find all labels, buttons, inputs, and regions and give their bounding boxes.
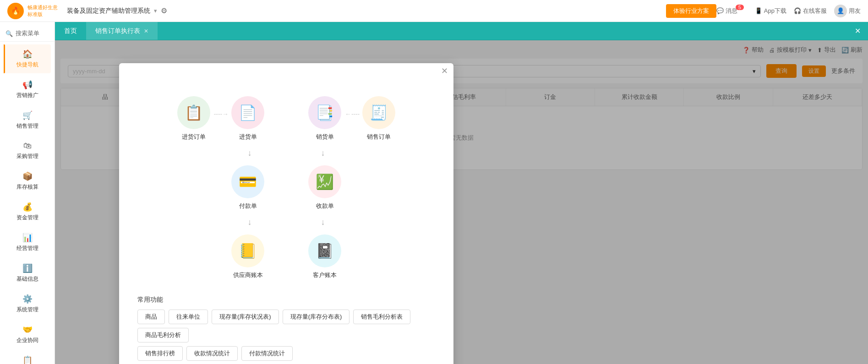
flow-receipt-bill[interactable]: 💹 收款单 <box>305 158 345 217</box>
finance-label: 资金管理 <box>16 214 38 222</box>
sidebar-item-purchase[interactable]: 🛍 采购管理 <box>4 136 51 165</box>
sales-bill-label: 销货单 <box>316 133 334 141</box>
func-btn-payment-stat[interactable]: 付款情况统计 <box>241 346 293 361</box>
func-btn-stock-status[interactable]: 现存量(库存状况表) <box>212 310 279 324</box>
dropdown-icon[interactable]: ▾ <box>154 7 157 14</box>
purchase-bill-icon: 📄 <box>239 104 257 121</box>
online-service-btn[interactable]: 🎧 在线客服 <box>794 7 827 15</box>
collab-icon: 🤝 <box>22 325 33 335</box>
customer-ledger-circle: 📓 <box>308 234 341 267</box>
sidebar-item-finance[interactable]: 💰 资金管理 <box>4 197 51 226</box>
sales-label: 销售管理 <box>16 122 38 130</box>
func-btn-receipt-stat[interactable]: 收款情况统计 <box>186 346 238 361</box>
trial-button[interactable]: 体验行业方案 <box>666 4 716 18</box>
flow-supplier-ledger[interactable]: 📒 供应商账本 <box>228 227 268 287</box>
sales-order-icon: 🧾 <box>370 104 388 121</box>
operation-label: 经营管理 <box>16 244 38 252</box>
purchase-label: 采购管理 <box>16 152 38 160</box>
flow-diagram: 📋 进货订单 - - - - → <box>137 89 435 287</box>
system-icon: ⚙️ <box>22 294 33 304</box>
func-btn-stock-dist[interactable]: 现存量(库存分布表) <box>283 310 350 324</box>
flow-row-arrows: ↓ ↓ <box>137 148 435 158</box>
sidebar-item-inventory[interactable]: 📦 库存核算 <box>4 167 51 196</box>
top-header: 🔥 畅康通好生意 标准版 装备及固定资产辅助管理系统 ▾ ⚙ 体验行业方案 💬 … <box>0 0 868 22</box>
flow-customer-ledger[interactable]: 📓 客户账本 <box>305 227 345 287</box>
arrow-down-payment: ↓ <box>231 217 268 227</box>
tab-home[interactable]: 首页 <box>55 22 86 40</box>
modal-overlay[interactable]: ✕ 📋 进货订单 <box>55 40 868 364</box>
user-avatar: 👤 <box>834 5 847 17</box>
inventory-label: 库存核算 <box>16 183 38 191</box>
modal-close-button[interactable]: ✕ <box>441 67 448 75</box>
arrow-purchase-to-bill: - - - - → <box>214 110 228 127</box>
sales-bill-icon: 📑 <box>316 104 334 121</box>
system-title: 装备及固定资产辅助管理系统 <box>67 7 150 15</box>
func-buttons-row2: 销售排行榜 收款情况统计 付款情况统计 <box>137 346 435 361</box>
tab-sales-order[interactable]: 销售订单执行表 ✕ <box>86 22 158 40</box>
flow-sales-order[interactable]: 🧾 销售订单 <box>359 89 399 148</box>
flow-sales-bill[interactable]: 📑 销货单 <box>305 89 345 148</box>
customer-ledger-icon: 📓 <box>316 242 334 260</box>
modal-close-area: ✕ <box>119 63 453 75</box>
sales-icon: 🛒 <box>22 110 33 120</box>
user-area[interactable]: 👤 用友 <box>834 5 861 17</box>
sidebar-item-newbie[interactable]: 📋 新手引导 <box>4 351 51 364</box>
flow-row-arrows-2: ↓ ↓ <box>137 217 435 227</box>
system-title-area: 装备及固定资产辅助管理系统 ▾ ⚙ <box>67 6 666 15</box>
tab-bar: 首页 销售订单执行表 ✕ ✕ <box>55 22 868 40</box>
purchase-order-circle: 📋 <box>177 96 210 129</box>
message-badge: 5 <box>736 5 744 10</box>
tab-close-icon[interactable]: ✕ <box>144 28 148 34</box>
collab-label: 企业协同 <box>16 337 38 344</box>
sidebar-item-quick[interactable]: 🏠 快捷导航 <box>4 44 51 73</box>
message-btn[interactable]: 💬 消息 5 <box>716 7 748 15</box>
func-btn-sales-profit[interactable]: 销售毛利分析表 <box>353 310 410 324</box>
logo-area: 🔥 畅康通好生意 标准版 <box>7 3 62 19</box>
purchase-order-icon: 📋 <box>185 104 203 121</box>
flow-purchase-bill[interactable]: 📄 进货单 <box>228 89 268 148</box>
supplier-ledger-circle: 📒 <box>231 234 264 267</box>
sidebar-item-marketing[interactable]: 📢 营销推广 <box>4 75 51 104</box>
quick-label: 快捷导航 <box>16 61 38 69</box>
func-btn-sales-rank[interactable]: 销售排行榜 <box>137 346 183 361</box>
operation-icon: 📊 <box>22 233 33 243</box>
customer-ledger-label: 客户账本 <box>313 271 337 279</box>
header-right: 💬 消息 5 📱 App下载 🎧 在线客服 👤 用友 <box>716 5 861 17</box>
search-menu[interactable]: 🔍 搜索菜单 <box>0 26 55 42</box>
receipt-bill-icon: 💹 <box>316 173 334 190</box>
sidebar-item-collab[interactable]: 🤝 企业协同 <box>4 320 51 349</box>
sidebar-item-basic[interactable]: ℹ️ 基础信息 <box>4 259 51 288</box>
payment-bill-icon: 💳 <box>239 173 257 190</box>
receipt-bill-circle: 💹 <box>308 165 341 198</box>
flow-purchase-order[interactable]: 📋 进货订单 <box>174 89 214 148</box>
sidebar-item-system[interactable]: ⚙️ 系统管理 <box>4 289 51 318</box>
sidebar-item-operation[interactable]: 📊 经营管理 <box>4 228 51 257</box>
download-icon: 📱 <box>755 7 762 14</box>
payment-bill-label: 付款单 <box>239 202 257 210</box>
func-btn-product-profit[interactable]: 商品毛利分析 <box>137 328 189 342</box>
settings-icon[interactable]: ⚙ <box>161 6 167 15</box>
arrow-down-purchase: ↓ <box>231 148 268 158</box>
close-all-btn[interactable]: ✕ <box>847 22 868 40</box>
flow-payment-bill[interactable]: 💳 付款单 <box>228 158 268 217</box>
func-btn-related-unit[interactable]: 往来单位 <box>169 310 208 324</box>
quick-icon: 🏠 <box>22 49 33 59</box>
app-download-btn[interactable]: 📱 App下载 <box>755 7 786 15</box>
supplier-ledger-icon: 📒 <box>239 242 257 260</box>
system-label: 系统管理 <box>16 306 38 314</box>
main-content: ❓ 帮助 🖨 按模板打印 ▾ ⬆ 导出 🔄 刷新 <box>55 40 868 364</box>
sales-bill-circle: 📑 <box>308 96 341 129</box>
finance-icon: 💰 <box>22 202 33 212</box>
func-btn-product[interactable]: 商品 <box>137 310 165 324</box>
func-buttons-row1: 商品 往来单位 现存量(库存状况表) 现存量(库存分布表) 销售毛利分析表 商品… <box>137 310 435 342</box>
payment-bill-circle: 💳 <box>231 165 264 198</box>
purchase-icon: 🛍 <box>23 141 32 151</box>
modal-content: 📋 进货订单 - - - - → <box>119 75 453 364</box>
sidebar-item-sales[interactable]: 🛒 销售管理 <box>4 106 51 135</box>
active-indicator <box>4 44 5 73</box>
content-area: 首页 销售订单执行表 ✕ ✕ ❓ 帮助 🖨 按模板打印 ▾ <box>55 22 868 364</box>
common-functions: 常用功能 商品 往来单位 现存量(库存状况表) 现存量(库存分布表) 销售毛利分… <box>137 296 435 361</box>
marketing-label: 营销推广 <box>16 92 38 99</box>
receipt-bill-label: 收款单 <box>316 202 334 210</box>
common-func-title: 常用功能 <box>137 296 435 304</box>
